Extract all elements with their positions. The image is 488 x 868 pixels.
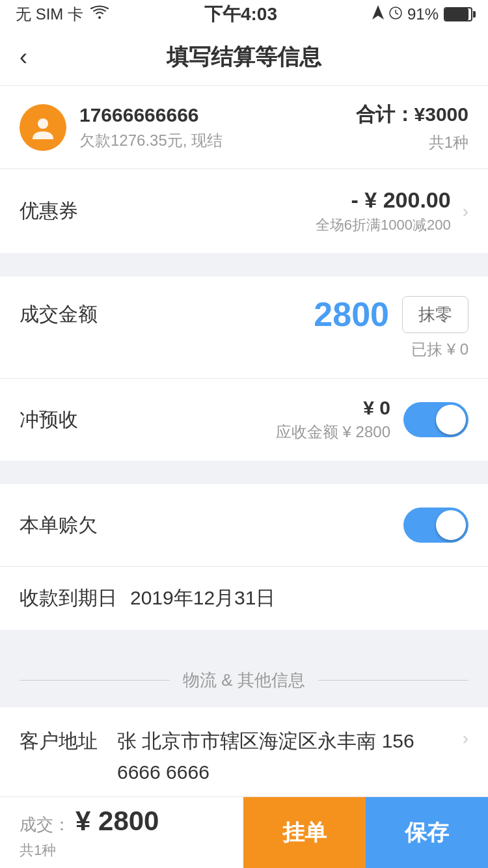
due-date-label: 收款到期日 <box>20 585 117 612</box>
precollect-toggle[interactable] <box>403 402 468 437</box>
coupon-discount: - ¥ 200.00 <box>351 187 451 213</box>
amount-row: 成交金额 2800 抹零 <box>20 295 468 334</box>
bottom-count: 共1种 <box>20 841 224 860</box>
address-chevron-icon: › <box>463 728 468 749</box>
address-row[interactable]: 客户地址 张 北京市市辖区海淀区永丰南 156 6666 6666 › <box>0 707 488 806</box>
section-divider-1 <box>0 264 488 277</box>
coupon-info: - ¥ 200.00 全场6折满1000减200 <box>316 187 451 235</box>
bottom-amount: ¥ 2800 <box>75 806 159 837</box>
credit-row: 本单赊欠 <box>0 484 488 566</box>
precollect-row: 冲预收 ¥ 0 应收金额 ¥ 2800 <box>0 379 488 461</box>
precollect-right: ¥ 0 应收金额 ¥ 2800 <box>276 397 468 442</box>
battery-fill <box>445 8 468 20</box>
amount-label: 成交金额 <box>20 301 98 328</box>
address-card: 客户地址 张 北京市市辖区海淀区永丰南 156 6666 6666 › <box>0 707 488 806</box>
deal-label: 成交： <box>20 813 70 836</box>
customer-debt: 欠款1276.35元, 现结 <box>79 130 223 151</box>
status-left: 无 SIM 卡 <box>16 4 109 25</box>
customer-info: 17666666666 欠款1276.35元, 现结 <box>79 104 223 151</box>
precollect-label: 冲预收 <box>20 407 78 433</box>
svg-line-4 <box>396 13 398 14</box>
logistics-line-right <box>318 680 468 681</box>
amount-value: 2800 <box>314 295 389 334</box>
precollect-amount: ¥ 0 应收金额 ¥ 2800 <box>276 397 390 442</box>
main-content: 17666666666 欠款1276.35元, 现结 合计：¥3000 共1种 … <box>0 86 488 868</box>
toggle-knob-1 <box>436 405 466 435</box>
total-amount: 合计：¥3000 <box>356 102 468 128</box>
address-label: 客户地址 <box>20 728 98 755</box>
coupon-right: - ¥ 200.00 全场6折满1000减200 › <box>316 187 468 235</box>
logistics-title: 物流 & 其他信息 <box>183 669 305 692</box>
status-right: 91% <box>372 5 472 23</box>
credit-label: 本单赊欠 <box>20 512 98 539</box>
avatar <box>20 104 66 151</box>
wifi-icon <box>90 5 109 23</box>
amount-card: 成交金额 2800 抹零 已抹 ¥ 0 冲预收 ¥ 0 应收金额 ¥ 2800 <box>0 277 488 461</box>
credit-toggle[interactable] <box>403 508 468 543</box>
carrier-text: 无 SIM 卡 <box>16 4 83 25</box>
address-value: 张 北京市市辖区海淀区永丰南 156 6666 6666 <box>117 726 456 788</box>
clock-icon <box>389 5 402 23</box>
location-icon <box>372 5 384 23</box>
amount-right: 2800 抹零 <box>314 295 468 334</box>
precollect-sub: 应收金额 ¥ 2800 <box>276 422 390 442</box>
section-divider-2 <box>0 471 488 484</box>
amount-section: 成交金额 2800 抹零 已抹 ¥ 0 <box>0 277 488 378</box>
coupon-chevron-icon: › <box>463 201 468 222</box>
customer-left: 17666666666 欠款1276.35元, 现结 <box>20 104 223 151</box>
customer-card: 17666666666 欠款1276.35元, 现结 合计：¥3000 共1种 … <box>0 86 488 253</box>
logistics-header: 物流 & 其他信息 <box>0 653 488 707</box>
logistics-line-left <box>20 680 170 681</box>
battery-icon <box>444 7 472 21</box>
svg-point-5 <box>38 118 48 129</box>
page-title: 填写结算等信息 <box>167 42 321 72</box>
round-button[interactable]: 抹零 <box>402 296 468 333</box>
toggle-knob-2 <box>436 510 466 540</box>
precollect-value: ¥ 0 <box>363 397 390 419</box>
status-bar: 无 SIM 卡 下午4:03 91% <box>0 0 488 29</box>
due-date-row: 收款到期日 2019年12月31日 <box>0 567 488 630</box>
svg-marker-1 <box>372 5 384 20</box>
hold-button[interactable]: 挂单 <box>243 797 366 869</box>
svg-point-0 <box>98 16 101 19</box>
page-header: ‹ 填写结算等信息 <box>0 29 488 86</box>
bottom-bar: 成交： ¥ 2800 共1种 挂单 保存 <box>0 796 488 868</box>
back-button[interactable]: ‹ <box>20 44 27 71</box>
coupon-description: 全场6折满1000减200 <box>316 215 451 235</box>
save-button[interactable]: 保存 <box>366 797 488 869</box>
customer-right: 合计：¥3000 共1种 <box>356 102 468 153</box>
customer-phone: 17666666666 <box>79 104 223 126</box>
credit-card: 本单赊欠 收款到期日 2019年12月31日 <box>0 484 488 630</box>
due-date-value: 2019年12月31日 <box>130 585 275 612</box>
coupon-row[interactable]: 优惠券 - ¥ 200.00 全场6折满1000减200 › <box>0 169 488 253</box>
total-count: 共1种 <box>429 132 468 153</box>
amount-sub: 已抹 ¥ 0 <box>20 339 468 360</box>
battery-percent: 91% <box>407 5 439 23</box>
customer-row: 17666666666 欠款1276.35元, 现结 合计：¥3000 共1种 <box>0 86 488 169</box>
section-divider-3 <box>0 640 488 653</box>
bottom-left: 成交： ¥ 2800 共1种 <box>0 806 243 860</box>
coupon-label: 优惠券 <box>20 198 78 224</box>
status-time: 下午4:03 <box>204 2 277 27</box>
